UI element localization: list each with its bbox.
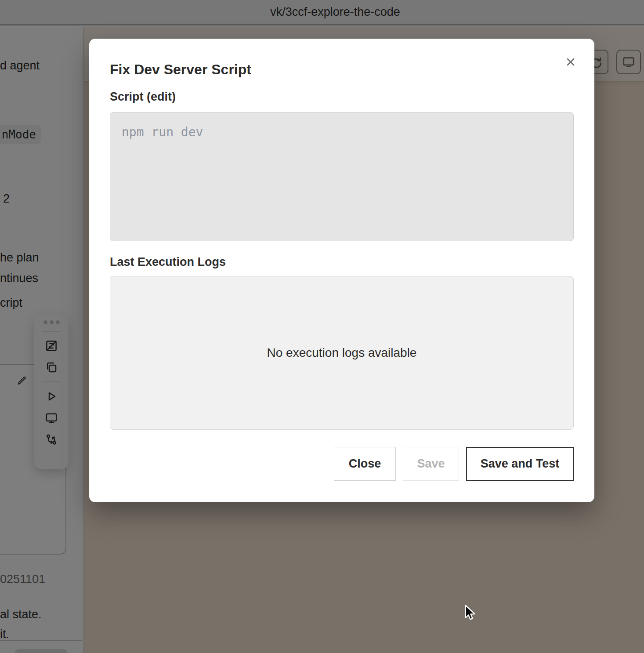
mouse-cursor <box>461 604 477 622</box>
screen: vk/3ccf-explore-the-code d agent nMode y… <box>0 0 644 653</box>
dialog-footer: Close Save Save and Test <box>110 447 574 481</box>
script-label: Script (edit) <box>110 90 176 104</box>
fix-dev-server-script-dialog: Fix Dev Server Script Script (edit) Last… <box>89 39 594 502</box>
close-icon[interactable] <box>562 53 579 71</box>
close-button[interactable]: Close <box>334 447 396 481</box>
execution-logs-box: No execution logs available <box>110 276 574 430</box>
save-and-test-button[interactable]: Save and Test <box>466 447 574 481</box>
script-input[interactable] <box>110 112 574 241</box>
dialog-title: Fix Dev Server Script <box>110 62 251 78</box>
logs-label: Last Execution Logs <box>110 255 226 269</box>
logs-empty-text: No execution logs available <box>267 346 417 360</box>
save-button[interactable]: Save <box>403 447 459 481</box>
